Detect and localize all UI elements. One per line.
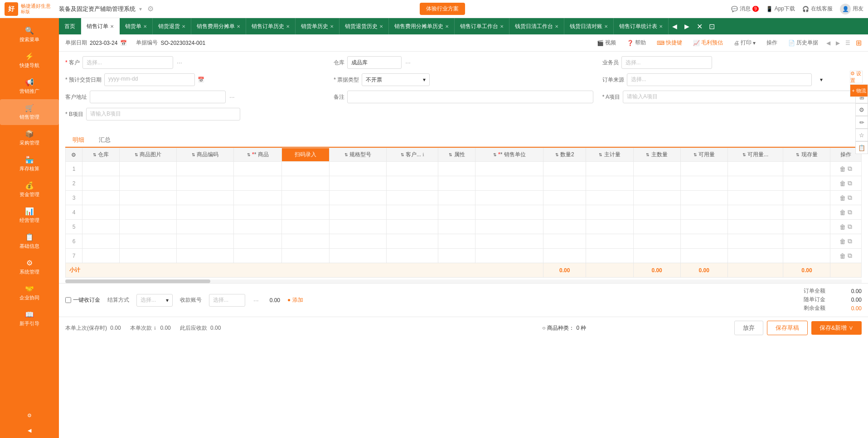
row-1-product[interactable] (234, 162, 281, 176)
sidebar-item-search[interactable]: 🔍 搜索菜单 (0, 22, 59, 48)
row-5-available[interactable] (680, 220, 727, 234)
row-3-stock[interactable] (783, 191, 830, 205)
row-2-code[interactable] (177, 176, 234, 191)
row-2-unit[interactable] (475, 176, 543, 191)
row-6-code[interactable] (177, 234, 234, 249)
row-5-image[interactable] (119, 220, 176, 234)
tab-maximize-btn[interactable]: ⊡ (706, 22, 718, 31)
list-view-icon[interactable]: ☰ (845, 40, 850, 46)
row-5-available2[interactable] (727, 220, 783, 234)
row-2-qty2[interactable] (543, 176, 586, 191)
user-btn[interactable]: 👤 用友 (840, 4, 863, 14)
row-1-code[interactable] (177, 162, 234, 176)
operation-btn[interactable]: 操作 (764, 38, 780, 48)
row-6-stock[interactable] (783, 234, 830, 249)
th-warehouse[interactable]: ⇅ 仓库 (82, 148, 119, 162)
th-available2[interactable]: ⇅ 可用量... (727, 148, 783, 162)
row-3-available2[interactable] (727, 191, 783, 205)
tab-order-workbench[interactable]: 销售订单工作台 ✕ (455, 18, 509, 34)
th-qty2[interactable]: ⇅ 数量2 (543, 148, 586, 162)
row-1-available2[interactable] (727, 162, 783, 176)
row-2-main-qty[interactable] (633, 176, 680, 191)
tab-close-icon[interactable]: ✕ (286, 24, 290, 29)
delete-row-btn[interactable]: 🗑 (839, 223, 846, 231)
tab-expense-history[interactable]: 销售费用分摊单历史 ✕ (389, 18, 455, 34)
row-6-main-unit[interactable] (586, 234, 633, 249)
row-4-main-unit[interactable] (586, 205, 633, 220)
th-scan[interactable]: 扫码录入 (281, 148, 329, 162)
row-5-code[interactable] (177, 220, 234, 234)
receipt-dots-btn[interactable]: ··· (253, 297, 259, 304)
row-4-customer-code[interactable] (387, 205, 438, 220)
sidebar-item-management[interactable]: 📊 经营管理 (0, 202, 59, 228)
row-2-warehouse[interactable] (82, 176, 119, 191)
delete-row-btn[interactable]: 🗑 (839, 252, 846, 260)
sidebar-item-purchase[interactable]: 📦 采购管理 (0, 125, 59, 151)
tab-close-icon[interactable]: ✕ (330, 24, 334, 29)
sidebar-collapse-btn[interactable]: ◀ (0, 423, 59, 438)
row-6-main-qty[interactable] (633, 234, 680, 249)
row-3-main-unit[interactable] (586, 191, 633, 205)
system-dropdown-icon[interactable]: ▾ (139, 6, 142, 12)
row-6-warehouse[interactable] (82, 234, 119, 249)
row-5-unit[interactable] (475, 220, 543, 234)
row-4-stock[interactable] (783, 205, 830, 220)
tab-invoice-history[interactable]: 销货单历史 ✕ (296, 18, 339, 34)
row-6-unit[interactable] (475, 234, 543, 249)
tab-close-icon[interactable]: ✕ (143, 24, 147, 29)
row-1-unit[interactable] (475, 162, 543, 176)
th-spec[interactable]: ⇅ 规格型号 (330, 148, 387, 162)
row-1-available[interactable] (680, 162, 727, 176)
settlement-select[interactable]: 选择... ▾ (136, 294, 173, 307)
tab-prev-btn[interactable]: ◀ (669, 23, 681, 30)
tab-sales-invoice[interactable]: 销货单 ✕ (120, 18, 153, 34)
tab-sales-order-history[interactable]: 销售订单历史 ✕ (246, 18, 296, 34)
row-3-attr[interactable] (438, 191, 475, 205)
row-7-main-unit[interactable] (586, 249, 633, 263)
tab-next-btn[interactable]: ▶ (681, 23, 693, 30)
th-settings[interactable]: ⚙ (66, 148, 82, 162)
th-main-qty[interactable]: ⇅ 主数量 (633, 148, 680, 162)
staff-input[interactable]: 选择... (621, 56, 712, 69)
tab-close-icon[interactable]: ✕ (237, 24, 240, 29)
nav-prev-icon[interactable]: ◀ (826, 40, 830, 46)
row-2-attr[interactable] (438, 176, 475, 191)
tab-sales-expense[interactable]: 销售费用分摊单 ✕ (191, 18, 246, 34)
copy-row-btn[interactable]: ⧉ (848, 179, 852, 187)
row-5-main-unit[interactable] (586, 220, 633, 234)
th-attr[interactable]: ⇅ 属性 (438, 148, 475, 162)
one-click-checkbox[interactable] (65, 297, 71, 303)
row-3-product[interactable] (234, 191, 281, 205)
row-6-product[interactable] (234, 234, 281, 249)
row-3-available[interactable] (680, 191, 727, 205)
address-dots-btn[interactable]: ··· (229, 93, 235, 101)
warehouse-input[interactable]: 成品库 (347, 56, 402, 69)
th-main-unit[interactable]: ⇅ 主计量 (586, 148, 633, 162)
row-1-spec[interactable] (330, 162, 387, 176)
delivery-calendar-icon[interactable]: 📅 (198, 77, 204, 83)
tab-detail[interactable]: 明细 (65, 133, 92, 148)
row-7-unit[interactable] (475, 249, 543, 263)
copy-row-btn[interactable]: ⧉ (848, 208, 852, 216)
sidebar-item-guide[interactable]: 📖 新手引导 (0, 306, 59, 332)
view-btn[interactable]: 🎬 视频 (594, 38, 619, 48)
row-4-warehouse[interactable] (82, 205, 119, 220)
sidebar-item-cooperation[interactable]: 🤝 企业协同 (0, 280, 59, 306)
order-source-input[interactable]: 选择... (627, 73, 812, 86)
row-7-available[interactable] (680, 249, 727, 263)
row-7-image[interactable] (119, 249, 176, 263)
row-4-main-qty[interactable] (633, 205, 680, 220)
row-5-attr[interactable] (438, 220, 475, 234)
row-7-product[interactable] (234, 249, 281, 263)
row-6-available2[interactable] (727, 234, 783, 249)
row-2-available2[interactable] (727, 176, 783, 191)
tab-sales-order[interactable]: 销售订单 ✕ (81, 18, 120, 34)
save-draft-btn[interactable]: 保存草稿 (767, 321, 808, 335)
row-4-qty2[interactable] (543, 205, 586, 220)
row-5-stock[interactable] (783, 220, 830, 234)
delete-row-btn[interactable]: 🗑 (839, 165, 846, 173)
tab-close-icon[interactable]: ✕ (445, 24, 449, 29)
row-2-image[interactable] (119, 176, 176, 191)
row-7-spec[interactable] (330, 249, 387, 263)
copy-row-btn[interactable]: ⧉ (848, 223, 852, 231)
